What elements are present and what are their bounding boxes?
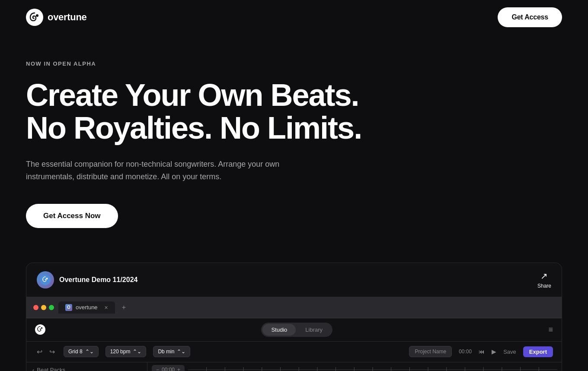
svg-point-5 xyxy=(41,327,43,329)
project-name-field[interactable]: Project Name xyxy=(409,346,452,357)
svg-point-0 xyxy=(26,9,43,26)
redo-button[interactable]: ↪ xyxy=(48,346,57,358)
export-button[interactable]: Export xyxy=(523,346,553,357)
undo-button[interactable]: ↩ xyxy=(35,346,44,358)
key-label: Db min xyxy=(158,349,174,355)
browser-dots xyxy=(33,305,54,310)
beat-packs-title: ‹ Beat Packs xyxy=(32,367,65,371)
grid-selector[interactable]: Grid 8 ⌃⌄ xyxy=(64,346,99,357)
save-button[interactable]: Save xyxy=(503,349,516,355)
beat-packs-header: ‹ Beat Packs xyxy=(26,362,147,371)
toolbar-time: 00:00 xyxy=(459,349,472,355)
grid-chevron-icon: ⌃⌄ xyxy=(85,349,94,355)
plus-icon[interactable]: + xyxy=(177,367,180,371)
app-inner: Studio Library ≡ ↩ ↪ Grid 8 ⌃⌄ 120 bpm ⌃… xyxy=(26,318,562,371)
bpm-selector[interactable]: 120 bpm ⌃⌄ xyxy=(105,346,147,357)
hero-cta-button[interactable]: Get Access Now xyxy=(26,204,118,228)
alpha-badge: NOW IN OPEN ALPHA xyxy=(26,60,363,67)
logo: overtune xyxy=(26,9,87,26)
demo-avatar xyxy=(37,271,54,289)
brand-name: overtune xyxy=(48,12,87,23)
bpm-chevron-icon: ⌃⌄ xyxy=(133,349,141,355)
app-mockup: O overtune × + Studio Library ≡ xyxy=(26,297,562,371)
hero-headline: Create Your Own Beats. No Royalties. No … xyxy=(26,79,363,144)
svg-point-1 xyxy=(36,14,38,17)
project-name-label: Project Name xyxy=(415,349,446,355)
demo-title: Overtune Demo 11/2024 xyxy=(59,276,137,284)
browser-chrome: O overtune × + xyxy=(26,297,562,318)
tab-library[interactable]: Library xyxy=(297,324,331,336)
tab-studio[interactable]: Studio xyxy=(262,324,296,336)
browser-tab[interactable]: O overtune × xyxy=(58,301,115,314)
hero-headline-line1: Create Your Own Beats. xyxy=(26,78,359,112)
beat-packs-sidebar: ‹ Beat Packs LATER Later LUXX Electronic xyxy=(26,362,147,371)
minimize-dot[interactable] xyxy=(41,305,46,310)
overtune-logo-icon xyxy=(26,9,43,26)
bpm-label: 120 bpm xyxy=(110,349,131,355)
hero-headline-line2: No Royalties. No Limits. xyxy=(26,111,361,145)
share-button[interactable]: ↗ Share xyxy=(537,271,551,289)
ruler-svg xyxy=(188,365,557,371)
time-offset-value: 00:00 xyxy=(162,367,175,371)
navbar: overtune Get Access xyxy=(0,0,588,35)
play-button[interactable]: ▶ xyxy=(492,348,496,355)
close-dot[interactable] xyxy=(33,305,38,310)
toolbar-undo-redo: ↩ ↪ xyxy=(35,346,57,358)
demo-header: Overtune Demo 11/2024 ↗ Share xyxy=(26,263,562,297)
tab-close-icon[interactable]: × xyxy=(105,304,108,311)
app-tabs: Studio Library xyxy=(261,323,332,337)
timeline-area: ‹ Beat Packs LATER Later LUXX Electronic xyxy=(26,362,562,371)
tab-add-icon[interactable]: + xyxy=(122,304,126,311)
track-timeline: − 00:00 + xyxy=(147,362,562,371)
tab-label: overtune xyxy=(76,304,98,311)
key-chevron-icon: ⌃⌄ xyxy=(177,349,185,355)
minus-icon[interactable]: − xyxy=(156,367,159,371)
app-menu-icon[interactable]: ≡ xyxy=(548,325,553,334)
svg-point-2 xyxy=(40,275,51,285)
chevron-left-icon[interactable]: ‹ xyxy=(32,367,34,371)
maximize-dot[interactable] xyxy=(49,305,54,310)
app-toolbar: ↩ ↪ Grid 8 ⌃⌄ 120 bpm ⌃⌄ Db min ⌃⌄ xyxy=(26,342,562,362)
app-logo-small-icon xyxy=(35,324,45,335)
key-selector[interactable]: Db min ⌃⌄ xyxy=(153,346,190,357)
beat-packs-label: Beat Packs xyxy=(37,367,65,371)
hero-section: NOW IN OPEN ALPHA Create Your Own Beats.… xyxy=(0,35,389,245)
grid-label: Grid 8 xyxy=(68,349,83,355)
nav-get-access-button[interactable]: Get Access xyxy=(498,7,562,27)
time-offset-control[interactable]: − 00:00 + xyxy=(152,365,185,371)
time-offset-bar: − 00:00 + xyxy=(147,362,562,371)
hero-subtext: The essential companion for non-technica… xyxy=(26,158,294,183)
tab-favicon: O xyxy=(65,304,72,311)
share-icon: ↗ xyxy=(540,271,548,281)
svg-point-3 xyxy=(46,278,48,279)
timeline-ruler xyxy=(188,365,557,371)
share-label: Share xyxy=(537,283,551,289)
svg-point-4 xyxy=(35,324,45,335)
demo-section: Overtune Demo 11/2024 ↗ Share O overtune… xyxy=(26,263,562,371)
app-topbar: Studio Library ≡ xyxy=(26,318,562,342)
demo-header-left: Overtune Demo 11/2024 xyxy=(37,271,137,289)
rewind-button[interactable]: ⏮ xyxy=(479,348,485,355)
